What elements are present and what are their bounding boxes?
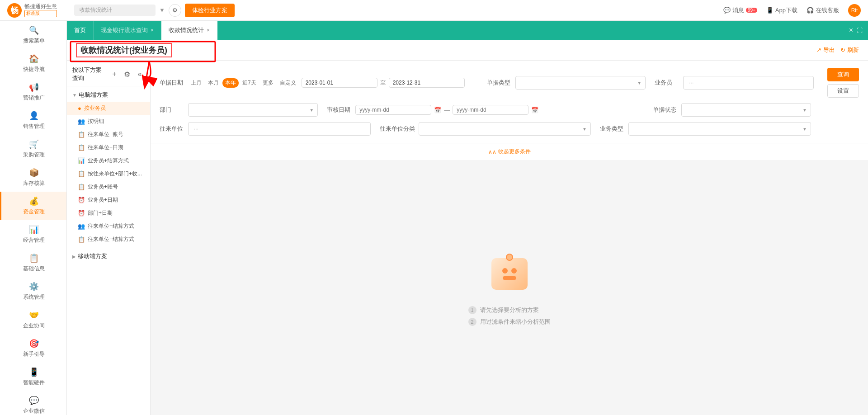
main-layout: 🔍 搜索菜单 🏠 快捷导航 📢 营销推广 👤 销售管理 🛒 采购管理 📦 库存核… [0,21,868,415]
salesperson-select[interactable]: ··· [683,76,814,90]
tab-bank-flow-close[interactable]: × [151,27,154,33]
scheme-settings-button[interactable]: ⚙ [122,69,132,79]
setting-button[interactable]: 设置 [827,84,859,98]
sidebar-item-marketing[interactable]: 📢 营销推广 [0,78,66,106]
dept-select[interactable]: ▼ [188,103,318,117]
dept-date-icon: ⏰ [78,210,85,217]
date-tab-last7days[interactable]: 近7天 [240,78,259,88]
sidebar-item-smart-hw[interactable]: 📱 智能硬件 [0,363,66,391]
tip-num-2: 2 [468,318,476,326]
date-tab-this-month[interactable]: 本月 [205,78,222,88]
online-service-button[interactable]: 🎧 在线客服 [807,6,839,14]
date-tab-custom[interactable]: 自定义 [277,78,299,88]
main-content: 按以下方案查询 + ⚙ « ▼ 电脑端方案 ● 按业务员 [67,61,868,415]
sidebar-item-sales[interactable]: 👤 销售管理 [0,106,66,135]
tab-collection-stats[interactable]: 收款情况统计 × [161,21,217,40]
export-button[interactable]: ↗ 导出 [816,46,835,54]
tab-close-all-button[interactable]: × [849,26,853,34]
scheme-item-salesperson-settlement[interactable]: 📊 业务员+结算方式 [67,154,150,167]
sidebar-item-purchase[interactable]: 🛒 采购管理 [0,135,66,163]
dept-dropdown-icon: ▼ [309,108,314,113]
filter-panel: 单据日期 上月 本月 本年 近7天 更多 自定义 [151,61,868,415]
filter-form: 单据日期 上月 本月 本年 近7天 更多 自定义 [151,61,868,143]
audit-date-to-input[interactable] [453,105,528,115]
scheme-item-counterpart-date[interactable]: 📋 往来单位+日期 [67,141,150,154]
app-download-button[interactable]: 📱 App下载 [766,6,797,14]
date-from-input[interactable] [302,78,377,88]
trial-button[interactable]: 体验行业方案 [185,4,235,17]
refresh-icon: ↻ [840,47,845,53]
tip-text-1: 请先选择要分析的方案 [480,306,539,314]
filter-actions: 查询 设置 [823,68,859,98]
quick-nav-icon: 🏠 [29,54,39,64]
doc-type-select[interactable]: ▼ [515,76,646,90]
scheme-collapse-button[interactable]: « [135,69,145,79]
date-tab-more[interactable]: 更多 [260,78,276,88]
inventory-icon: 📦 [29,168,39,178]
filter-biz-type-item: 业务类型 ▼ [600,122,811,136]
counterpart-settlement3-icon: 📋 [78,236,85,243]
nav-breadcrumb[interactable]: 收款情况统计 [74,5,156,16]
user-avatar[interactable]: Rit [848,4,861,17]
scheme-group-desktop-title[interactable]: ▼ 电脑端方案 [67,88,150,102]
date-tab-this-year[interactable]: 本年 [222,78,239,88]
scheme-add-button[interactable]: + [109,69,119,79]
nav-area: 收款情况统计 ▼ ⚙ 体验行业方案 [74,4,723,17]
sys-manage-icon: ⚙️ [29,282,39,292]
scheme-group-mobile-title[interactable]: ▶ 移动端方案 [67,250,150,263]
sidebar-item-corp-wechat[interactable]: 💬 企业微信 [0,391,66,415]
scheme-item-salesperson-date[interactable]: ⏰ 业务员+日期 [67,193,150,207]
counterpart-category-label: 往来单位分类 [380,125,415,133]
scheme-item-counterpart-settlement3[interactable]: 📋 往来单位+结算方式 [67,233,150,246]
biz-type-dropdown-icon: ▼ [802,127,807,132]
counterpart-select[interactable]: ··· [188,122,371,136]
message-button[interactable]: 💬 消息 99+ [723,6,757,14]
scheme-group-desktop: ▼ 电脑端方案 ● 按业务员 👥 按明细 📋 往来单位+账号 [67,86,150,248]
by-detail-icon: 👥 [78,118,85,125]
scheme-item-counterpart-settlement2[interactable]: 👥 往来单位+结算方式 [67,220,150,233]
refresh-button[interactable]: ↻ 刷新 [840,46,859,54]
tab-bar: 首页 现金银行流水查询 × 收款情况统计 × × ⛶ [67,21,868,40]
sidebar-item-corp-collab[interactable]: 🤝 企业协同 [0,306,66,334]
sidebar-item-sys-manage[interactable]: ⚙️ 系统管理 [0,277,66,306]
counterpart-date-icon: 📋 [78,144,85,151]
scheme-item-salesperson-account[interactable]: 📋 业务员+账号 [67,180,150,193]
app-name: 畅捷通好生意 [24,3,57,9]
filter-audit-date-item: 审核日期 📅 — 📅 [327,105,644,115]
sidebar-item-search-menu[interactable]: 🔍 搜索菜单 [0,21,66,49]
date-to-input[interactable] [389,78,465,88]
audit-date-separator: — [444,107,450,113]
collapse-bar[interactable]: ∧∧ 收起更多条件 [151,143,868,160]
scheme-item-by-counterpart-dept[interactable]: 📋 按往来单位+部门+收... [67,167,150,180]
tab-home[interactable]: 首页 [67,21,94,40]
header-right: 💬 消息 99+ 📱 App下载 🎧 在线客服 Rit [723,4,861,17]
tab-maximize-button[interactable]: ⛶ [857,27,863,34]
audit-date-from-input[interactable] [355,105,431,115]
tab-bank-flow[interactable]: 现金银行流水查询 × [94,21,161,40]
sidebar-item-inventory[interactable]: 📦 库存核算 [0,163,66,192]
sidebar-item-operations[interactable]: 📊 经营管理 [0,220,66,249]
sidebar-item-finance[interactable]: 💰 资金管理 [0,192,66,220]
page-actions: ↗ 导出 ↻ 刷新 [816,46,859,54]
counterpart-dept-icon: 📋 [78,170,85,177]
counterpart-category-select[interactable]: ▼ [419,122,591,136]
collapse-bar-text: 收起更多条件 [498,148,531,156]
date-tab-last-month[interactable]: 上月 [188,78,204,88]
counterpart-more-icon[interactable]: ··· [194,126,198,132]
counterpart-account-icon: 📋 [78,131,85,138]
gear-button[interactable]: ⚙ [169,4,181,17]
biz-type-select[interactable]: ▼ [628,122,811,136]
scheme-item-by-salesperson[interactable]: ● 按业务员 [67,102,150,115]
scheme-item-by-detail[interactable]: 👥 按明细 [67,115,150,128]
query-button[interactable]: 查询 [827,68,859,81]
scheme-item-counterpart-account[interactable]: 📋 往来单位+账号 [67,128,150,141]
tab-collection-stats-close[interactable]: × [207,27,210,33]
sidebar-item-basic-info[interactable]: 📋 基础信息 [0,249,66,277]
scheme-item-dept-date[interactable]: ⏰ 部门+日期 [67,207,150,220]
nav-dropdown-icon[interactable]: ▼ [159,7,165,14]
salesperson-more-icon[interactable]: ··· [689,80,693,86]
sidebar-item-quick-nav[interactable]: 🏠 快捷导航 [0,49,66,78]
salesperson-label: 业务员 [655,79,679,87]
doc-status-select[interactable]: ▼ [681,103,811,117]
sidebar-item-new-guide[interactable]: 🎯 新手引导 [0,334,66,363]
